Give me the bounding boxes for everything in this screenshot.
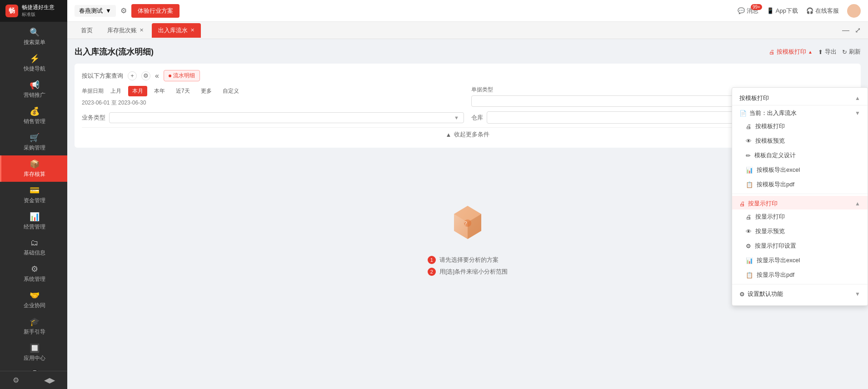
tab-in-out-flow-close-icon[interactable]: ✕ [190,27,195,33]
sidebar-item-finance[interactable]: 💳 资金管理 [0,182,67,208]
apps-icon: 🔲 [30,343,40,353]
filter-collapse-icon[interactable]: « [155,72,159,80]
tab-batch-account-label: 库存批次账 [107,26,137,35]
dropdown-item-template-export-pdf[interactable]: 📋 按模板导出pdf [732,177,868,192]
template-export-excel-icon: 📊 [746,167,753,174]
tab-home-label: 首页 [81,26,93,35]
dropdown-item-display-export-pdf[interactable]: 📋 按显示导出pdf [732,268,868,282]
last-7-days-button[interactable]: 近7天 [172,86,194,96]
dropdown-current-section[interactable]: 📄 当前：出入库流水 ▼ [732,105,868,119]
system-icon: ⚙ [31,264,38,274]
sidebar-item-basic[interactable]: 🗂 基础信息 [0,234,67,260]
this-month-button[interactable]: 本月 [128,86,147,96]
dropdown-display-icon: 🖨 [739,200,745,207]
sidebar-item-inventory[interactable]: 📦 库存核算 [0,155,67,182]
sidebar-item-search-menu[interactable]: 🔍 搜索菜单 [0,24,67,50]
user-selector[interactable]: 春燕测试 ▼ [75,5,116,17]
app-download-button[interactable]: 📱 App下载 [767,7,798,15]
sidebar-item-cooperation[interactable]: 🤝 企业协同 [0,287,67,313]
filter-add-button[interactable]: + [128,71,137,80]
tab-minimize-icon[interactable]: — [842,26,849,35]
prev-month-button[interactable]: 上月 [106,86,125,96]
dropdown-footer[interactable]: ⚙ 设置默认功能 ▼ [732,286,868,302]
export-button[interactable]: ⬆ 导出 [818,48,837,56]
dropdown-divider-2 [732,284,868,284]
sidebar-collapse-button[interactable]: ◀▶ [44,376,55,384]
dropdown-item-template-custom[interactable]: ✏ 模板自定义设计 [732,148,868,163]
refresh-button[interactable]: ↻ 刷新 [842,48,861,56]
filter-business-type-item: 业务类型 ▼ [82,112,464,123]
date-range-start: 2023-06-01 [82,100,110,106]
dropdown-footer-icon: ⚙ [739,291,745,298]
sidebar-item-apps[interactable]: 🔲 应用中心 [0,339,67,366]
guide-icon: 🎓 [30,317,40,327]
dropdown-display-chevron-up-icon: ▲ [855,200,860,207]
dropdown-current-label: 当前：出入库流水 [749,109,797,117]
page-content: 出入库流水(流水明细) 🖨 按模板打印 ▲ ⬆ 导出 ↻ 刷新 [67,39,868,389]
empty-hints: 1 请先选择要分析的方案 2 用[选]条件来缩小分析范围 [428,256,508,279]
dropdown-divider [732,194,868,194]
sidebar-item-sales[interactable]: 💰 销售管理 [0,103,67,129]
print-template-icon: 🖨 [769,49,775,55]
sidebar-settings-button[interactable]: ⚙ [13,376,19,384]
header-settings-icon[interactable]: ⚙ [120,6,127,15]
tab-home[interactable]: 首页 [75,23,99,38]
user-name: 春燕测试 [79,7,103,15]
sidebar-item-label: 系统管理 [24,275,45,283]
hint-1-text: 请先选择要分析的方案 [439,256,499,264]
trial-button[interactable]: 体验行业方案 [131,4,180,18]
filter-settings-icon[interactable]: ⚙ [141,71,150,80]
dropdown-item-display-print[interactable]: 🖨 按显示打印 [732,209,868,224]
sidebar-item-marketing[interactable]: 📢 营销推广 [0,76,67,103]
sidebar-item-label: 营销推广 [24,91,45,99]
sidebar-item-system[interactable]: ⚙ 系统管理 [0,260,67,287]
template-custom-label: 模板自定义设计 [754,151,796,160]
operations-icon: 📊 [30,212,40,222]
sidebar-item-quick-nav[interactable]: ⚡ 快捷导航 [0,50,67,76]
sidebar-nav: 🔍 搜索菜单 ⚡ 快捷导航 📢 营销推广 💰 销售管理 🛒 采购管理 📦 库存核… [0,22,67,371]
dropdown-item-display-export-excel[interactable]: 📊 按显示导出excel [732,253,868,268]
online-service-button[interactable]: 🎧 在线客服 [806,7,839,15]
date-range-end: 2023-06-30 [118,100,146,106]
dropdown-footer-label: 设置默认功能 [748,290,783,298]
dropdown-item-display-preview[interactable]: 👁 按显示预览 [732,224,868,239]
app-download-icon: 📱 [767,7,774,14]
messages-badge: 99+ [751,4,762,10]
tab-in-out-flow[interactable]: 出入库流水 ✕ [152,23,201,38]
sidebar-item-guide[interactable]: 🎓 新手引导 [0,313,67,339]
page-title-row: 出入库流水(流水明细) 🖨 按模板打印 ▲ ⬆ 导出 ↻ 刷新 [75,46,861,57]
tab-batch-account-close-icon[interactable]: ✕ [140,27,144,33]
search-menu-icon: 🔍 [30,27,40,37]
print-template-button[interactable]: 🖨 按模板打印 ▲ [769,48,813,56]
dropdown-item-template-export-excel[interactable]: 📊 按模板导出excel [732,163,868,177]
top-right-actions: 🖨 按模板打印 ▲ ⬆ 导出 ↻ 刷新 [769,48,861,56]
business-type-chevron-icon: ▼ [454,115,459,120]
messages-button[interactable]: 💬 消息 99+ [738,7,758,15]
user-selector-chevron-icon: ▼ [105,7,111,14]
tab-batch-account[interactable]: 库存批次账 ✕ [101,23,150,38]
sidebar-item-purchase[interactable]: 🛒 采购管理 [0,129,67,155]
sidebar-footer: ⚙ ◀▶ [0,371,67,389]
business-type-select[interactable]: ▼ [109,112,464,123]
tab-maximize-icon[interactable]: ⤢ [855,26,861,35]
dropdown-item-template-print[interactable]: 🖨 按模板打印 [732,119,868,134]
custom-button[interactable]: 自定义 [219,86,243,96]
dropdown-display-section[interactable]: 🖨 按显示打印 ▲ [732,196,868,209]
filter-header: 按以下方案查询 + ⚙ « 流水明细 [82,70,853,81]
empty-hint-1: 1 请先选择要分析的方案 [428,256,508,264]
this-year-button[interactable]: 本年 [150,86,169,96]
dropdown-item-display-print-settings[interactable]: ⚙ 按显示打印设置 [732,239,868,253]
sidebar-item-operations[interactable]: 📊 经营管理 [0,208,67,234]
more-button[interactable]: 更多 [197,86,216,96]
sidebar-item-wechat[interactable]: 💬 企业微信 [0,366,67,371]
header-left: 春燕测试 ▼ ⚙ 体验行业方案 [75,4,738,18]
date-range: 2023-06-01 至 2023-06-30 [82,99,464,107]
main-area: 春燕测试 ▼ ⚙ 体验行业方案 💬 消息 99+ 📱 App下载 🎧 在线客服 [67,0,868,389]
display-print-settings-label: 按显示打印设置 [755,242,796,250]
dropdown-header-chevron-up-icon: ▲ [855,95,860,101]
user-avatar[interactable] [847,4,861,18]
filter-active-tag[interactable]: 流水明细 [164,70,200,81]
dropdown-item-template-preview[interactable]: 👁 按模板预览 [732,134,868,148]
filter-label: 按以下方案查询 [82,72,123,80]
purchase-icon: 🛒 [30,133,40,143]
